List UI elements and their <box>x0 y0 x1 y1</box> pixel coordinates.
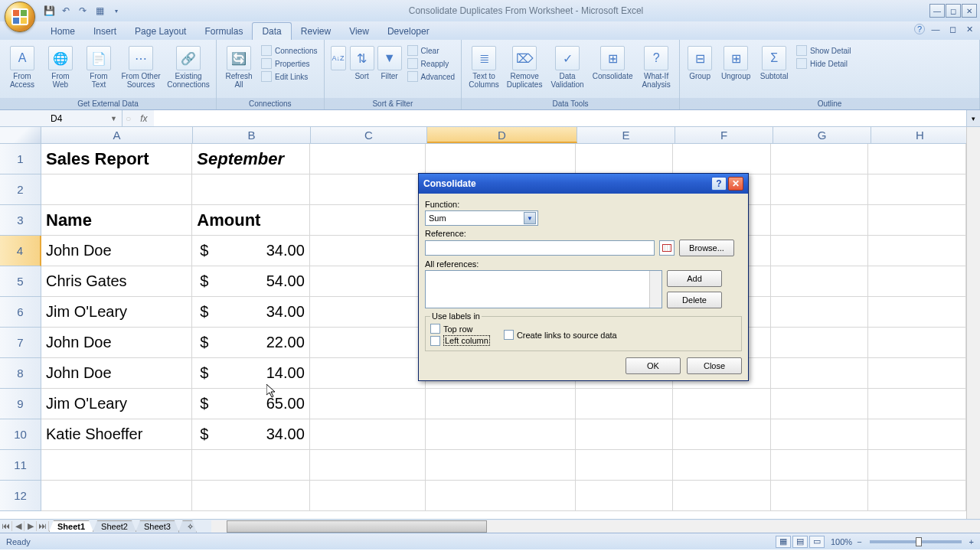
cell[interactable] <box>576 389 674 419</box>
cell[interactable] <box>576 144 674 174</box>
cell[interactable] <box>771 205 869 236</box>
help-icon[interactable]: ? <box>914 24 925 34</box>
cell[interactable] <box>771 419 869 450</box>
cell[interactable] <box>426 450 575 481</box>
save-icon[interactable]: 💾 <box>43 5 55 17</box>
zoom-level[interactable]: 100% <box>831 537 852 546</box>
row-header[interactable]: 4 <box>0 236 41 266</box>
properties-button[interactable]: Properties <box>260 57 319 70</box>
from-text-button[interactable]: 📄From Text <box>81 44 116 90</box>
tab-home[interactable]: Home <box>41 23 84 40</box>
cell[interactable]: John Doe <box>41 236 192 266</box>
what-if-analysis-button[interactable]: ?What-If Analysis <box>638 44 675 90</box>
dialog-titlebar[interactable]: Consolidate ? ✕ <box>419 174 748 194</box>
cell[interactable] <box>192 481 309 511</box>
tab-insert[interactable]: Insert <box>84 23 126 40</box>
cell[interactable] <box>426 389 575 419</box>
cell[interactable] <box>771 481 869 511</box>
cell[interactable] <box>868 328 966 358</box>
cell[interactable] <box>771 144 869 174</box>
advanced-button[interactable]: Advanced <box>406 70 456 83</box>
cell[interactable]: Katie Shoeffer <box>41 419 192 450</box>
cell[interactable] <box>576 419 674 450</box>
ribbon-minimize-icon[interactable]: — <box>929 23 942 35</box>
sort-button[interactable]: ⇅Sort <box>351 44 374 82</box>
reapply-button[interactable]: Reapply <box>406 57 456 70</box>
formula-input[interactable] <box>154 110 966 126</box>
formula-expand-icon[interactable]: ▾ <box>966 110 980 126</box>
cell[interactable] <box>426 144 575 174</box>
minimize-button[interactable]: — <box>929 4 945 18</box>
delete-button[interactable]: Delete <box>667 292 722 308</box>
row-header[interactable]: 12 <box>0 481 41 511</box>
cell[interactable] <box>771 328 869 358</box>
dialog-help-button[interactable]: ? <box>711 177 727 191</box>
cell[interactable] <box>868 144 966 174</box>
cell[interactable] <box>771 358 869 389</box>
row-header[interactable]: 7 <box>0 328 41 358</box>
page-layout-view-icon[interactable]: ▤ <box>792 536 808 548</box>
subtotal-button[interactable]: ΣSubtotal <box>756 44 792 82</box>
ribbon-restore-icon[interactable]: ◻ <box>946 23 959 35</box>
tab-nav-next-icon[interactable]: ▶ <box>24 521 37 531</box>
cell[interactable] <box>192 450 309 481</box>
cell[interactable] <box>868 205 966 236</box>
page-break-view-icon[interactable]: ▭ <box>809 536 825 548</box>
cell[interactable] <box>771 174 869 205</box>
row-header[interactable]: 10 <box>0 419 41 450</box>
cell[interactable] <box>673 419 771 450</box>
normal-view-icon[interactable]: ▦ <box>776 536 791 548</box>
text-to-columns-button[interactable]: ≣Text to Columns <box>466 44 501 90</box>
cell[interactable] <box>868 236 966 266</box>
tab-developer[interactable]: Developer <box>378 23 439 40</box>
new-sheet-tab[interactable]: ✧ <box>178 520 197 533</box>
maximize-button[interactable]: ◻ <box>946 4 961 18</box>
column-header[interactable]: A <box>41 127 193 143</box>
tab-formulas[interactable]: Formulas <box>195 23 252 40</box>
chevron-down-icon[interactable]: ▼ <box>110 115 117 122</box>
cell[interactable] <box>310 297 426 328</box>
row-header[interactable]: 3 <box>0 205 41 236</box>
column-header[interactable]: E <box>577 127 675 143</box>
qat-customize-icon[interactable]: ▾ <box>110 5 122 17</box>
qat-print-icon[interactable]: ▦ <box>93 5 106 17</box>
tab-data[interactable]: Data <box>252 22 291 40</box>
cell[interactable]: Sales Report <box>41 144 192 174</box>
filter-button[interactable]: ▼Filter <box>377 44 403 82</box>
cell[interactable] <box>771 297 869 328</box>
tab-nav-first-icon[interactable]: ⏮ <box>0 521 12 531</box>
redo-icon[interactable]: ↷ <box>77 5 89 17</box>
function-dropdown[interactable]: Sum ▼ <box>425 210 538 226</box>
fx-icon[interactable]: fx <box>134 113 153 124</box>
connections-button[interactable]: Connections <box>260 44 319 57</box>
cell[interactable]: Chris Gates <box>41 266 192 297</box>
create-links-checkbox[interactable]: Create links to source data <box>504 330 617 340</box>
clear-button[interactable]: Clear <box>406 44 456 57</box>
cell[interactable]: September <box>192 144 309 174</box>
column-header[interactable]: G <box>773 127 871 143</box>
close-button[interactable]: ✕ <box>962 4 977 18</box>
add-button[interactable]: Add <box>667 270 722 287</box>
row-header[interactable]: 5 <box>0 266 41 297</box>
cell[interactable] <box>426 481 575 511</box>
cell[interactable]: $22.00 <box>192 328 309 358</box>
reference-input[interactable] <box>425 240 655 256</box>
cell[interactable] <box>673 389 771 419</box>
cell[interactable] <box>868 389 966 419</box>
sheet-tab-2[interactable]: Sheet2 <box>93 520 136 532</box>
top-row-checkbox[interactable]: Top row <box>430 324 490 334</box>
cell[interactable] <box>310 174 426 205</box>
vertical-scrollbar[interactable] <box>966 127 980 519</box>
tab-nav-last-icon[interactable]: ⏭ <box>37 521 49 531</box>
zoom-out-icon[interactable]: − <box>857 537 861 546</box>
cell[interactable] <box>868 358 966 389</box>
cell[interactable] <box>868 297 966 328</box>
from-web-button[interactable]: 🌐From Web <box>43 44 78 90</box>
cell[interactable] <box>310 389 426 419</box>
group-button[interactable]: ⊟Group <box>684 44 715 82</box>
cell[interactable]: John Doe <box>41 358 192 389</box>
sort-az-button[interactable]: A↓Z <box>329 44 348 72</box>
cell[interactable] <box>771 266 869 297</box>
cell[interactable] <box>771 389 869 419</box>
left-column-checkbox[interactable]: Left column <box>430 335 490 346</box>
